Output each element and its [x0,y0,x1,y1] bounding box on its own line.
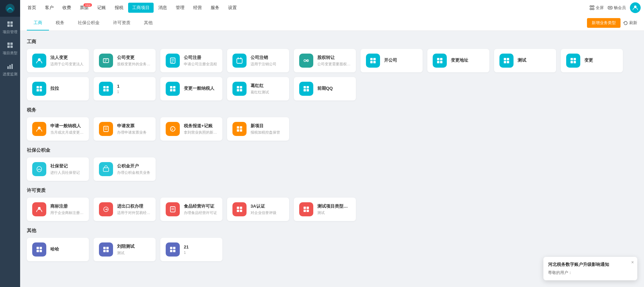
svg-rect-3 [10,21,13,24]
svg-rect-14 [592,6,594,7]
notification-close-button[interactable]: × [631,260,634,265]
svg-rect-67 [304,89,306,91]
card-test[interactable]: 测试 [494,49,556,72]
card-company-register[interactable]: 公司注册 申请公司注册全流程 [160,49,222,72]
card-social-register[interactable]: 社保登记 进行人员社保登记 [27,157,89,181]
nav-service[interactable]: 服务 [207,3,223,13]
card-test-type[interactable]: 测试项目类型定义 测试 [294,198,356,221]
chart-icon [6,62,14,70]
tab-tax[interactable]: 税务 [49,16,71,30]
svg-rect-39 [437,61,439,63]
svg-rect-100 [106,250,109,252]
svg-rect-28 [237,59,242,63]
svg-rect-36 [373,61,376,63]
tab-social[interactable]: 社保公积金 [71,16,106,30]
notification-popup: × 河北税务数字账户升级影响通知 尊敬的用户： [543,257,637,280]
svg-rect-66 [307,86,309,88]
svg-rect-104 [173,250,175,252]
svg-rect-95 [37,250,39,252]
svg-rect-75 [237,126,239,129]
nav-settings[interactable]: 设置 [224,3,241,13]
card-tax-report-bookkeeping[interactable]: ¥ 税务报道+记账 拿到营业执照的新公司 [160,117,222,141]
card-icon-company-change [99,54,113,68]
main-container: 首页 客户 收费 票据 new 记账 报税 工商项目 消息 管理 经营 服务 设… [20,0,644,287]
fullscreen-btn[interactable]: 全屏 [590,5,604,11]
card-ge-hong-hong[interactable]: 葛红红 葛红红测试 [227,77,289,100]
nav-tax[interactable]: 报税 [111,3,127,13]
nav-customer[interactable]: 客户 [41,3,58,13]
card-open-company[interactable]: 开公司 [361,49,423,72]
card-import-export[interactable]: 进出口权办理 适用于对外贸易经营者 [94,198,156,221]
nav-industrial[interactable]: 工商项目 [128,3,154,13]
svg-rect-94 [40,247,42,249]
card-one[interactable]: 1 1 [94,77,156,100]
card-provident-fund[interactable]: 公积金开户 办理公积金相关业务 [94,157,156,181]
nav-bookkeeping[interactable]: 记账 [93,3,110,13]
section-title-industrial: 工商 [27,39,637,45]
card-equity-transfer[interactable]: 股权转让 公司变更需要股权转让 [294,49,356,72]
svg-rect-34 [373,58,376,60]
svg-rect-60 [173,89,175,91]
svg-rect-38 [440,58,442,60]
nav-manage[interactable]: 管理 [172,3,189,13]
svg-rect-37 [437,58,439,60]
sidebar-item-progress-monitor[interactable]: 进度监测 [0,59,20,80]
nav-ticket[interactable]: 票据 new [76,3,93,13]
nav-operation[interactable]: 经营 [189,3,206,13]
card-change-general[interactable]: 变更一般纳税人 [160,77,222,100]
svg-rect-87 [237,210,239,212]
card-apply-general[interactable]: 申请一般纳税人 当月或次月成变更完成 [27,117,89,141]
ticket-badge: new [84,3,92,7]
card-change[interactable]: 变更 [561,49,623,72]
card-twenty-one[interactable]: 21 1 [160,238,222,261]
sidebar-item-project-manage[interactable]: 项目管理 [0,17,20,38]
svg-rect-35 [370,61,373,63]
card-food-license[interactable]: 食品经营许可证 办理食品经营许可证 [160,198,222,221]
cards-grid-tax: 申请一般纳税人 当月或次月成变更完成 申请发票 办理申请发票业务 ¥ [27,117,637,141]
svg-rect-11 [9,65,11,69]
tag-icon [6,41,14,49]
svg-rect-47 [571,61,573,63]
tab-license[interactable]: 许可资质 [106,16,137,30]
tab-industrial[interactable]: 工商 [27,16,49,30]
card-new-project[interactable]: 新项目 报税加税控盘保管 [227,117,289,141]
svg-rect-86 [240,207,242,209]
sidebar-item-label: 项目管理 [3,29,17,34]
card-lala[interactable]: 拉拉 [27,77,89,100]
refresh-button[interactable]: 刷新 [623,20,637,26]
vip-btn[interactable]: 畅会员 [608,5,626,11]
nav-billing[interactable]: 收费 [58,3,75,13]
card-company-cancel[interactable]: 公司注销 适用于注销公司 [227,49,289,72]
svg-rect-44 [507,61,509,63]
svg-rect-57 [170,86,172,88]
card-icon-legal-change [32,54,46,68]
card-3a-cert[interactable]: 3A认证 对企业信誉评级 [227,198,289,221]
card-haha[interactable]: 哈哈 [27,238,89,261]
sidebar-item-project-type[interactable]: 项目类型 [0,38,20,59]
nav-home[interactable]: 首页 [23,3,40,13]
sidebar-logo [0,0,20,17]
new-type-button[interactable]: 新增业务类型 [587,18,621,28]
card-pre-qq[interactable]: 前期QQ [294,77,356,100]
sidebar-item-label: 进度监测 [3,72,17,77]
svg-rect-6 [7,43,10,45]
card-liu-pei-test[interactable]: 刘陪测试 测试 [94,238,156,261]
tab-other[interactable]: 其他 [137,16,159,30]
svg-rect-10 [7,66,9,69]
svg-rect-78 [240,129,242,132]
svg-rect-15 [590,8,592,10]
svg-rect-65 [304,86,306,88]
card-change-address[interactable]: 变更地址 [427,49,489,72]
card-legal-change[interactable]: 法人变更 适用于公司变更法人 [27,49,89,72]
card-company-change[interactable]: 公司变更 股权变更外的业务变更 [94,49,156,72]
svg-rect-40 [440,61,442,63]
svg-rect-82 [170,207,175,212]
svg-rect-41 [504,58,506,60]
card-apply-invoice[interactable]: 申请发票 办理申请发票业务 [94,117,156,141]
svg-rect-91 [304,210,306,212]
card-trademark[interactable]: 商标注册 用于企业商标注册服务 [27,198,89,221]
svg-rect-92 [307,210,309,212]
nav-message[interactable]: 消息 [154,3,171,13]
user-avatar[interactable] [630,2,641,13]
svg-rect-12 [11,64,13,69]
